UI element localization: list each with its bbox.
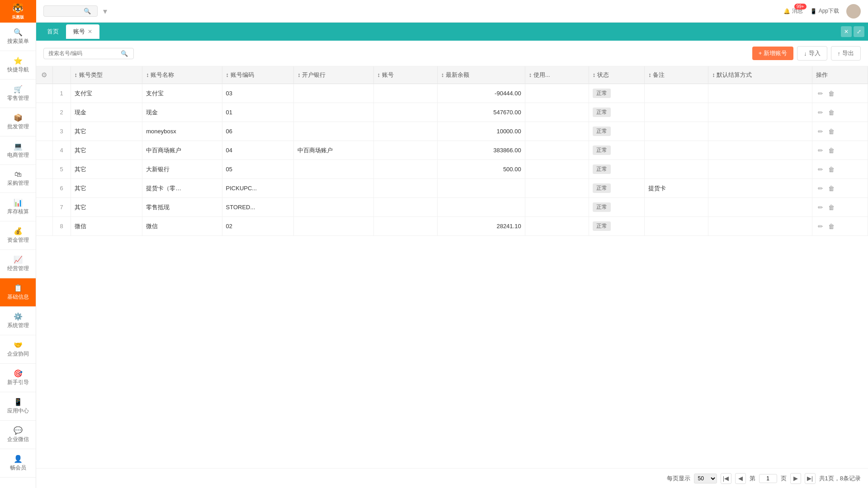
next-page-button[interactable]: ▶ — [790, 473, 801, 484]
sidebar-item-ecommerce[interactable]: 💻 电商管理 — [0, 136, 36, 165]
mobile-icon: 📱 — [810, 8, 817, 14]
row-settings-cell — [36, 141, 52, 160]
add-account-button[interactable]: + 新增账号 — [752, 47, 793, 60]
th-name[interactable]: ↕ 账号名称 — [142, 66, 222, 84]
row-num: 2 — [52, 103, 71, 122]
row-default — [708, 217, 812, 236]
row-default — [708, 179, 812, 198]
app-download-button[interactable]: 📱 App下载 — [810, 7, 839, 15]
sidebar-item-retail[interactable]: 🛒 零售管理 — [0, 80, 36, 108]
th-remark[interactable]: ↕ 备注 — [645, 66, 708, 84]
operation-menu-icon: 📈 — [2, 255, 34, 264]
sidebar-item-enterprise[interactable]: 🤝 企业协同 — [0, 335, 36, 364]
row-remark: 提货卡 — [645, 179, 708, 198]
edit-button[interactable]: ✏ — [816, 89, 825, 98]
row-remark — [645, 217, 708, 236]
tab-account-close-icon[interactable]: ✕ — [88, 28, 92, 35]
status-badge: 正常 — [593, 183, 611, 193]
sidebar-item-purchase[interactable]: 🛍 采购管理 — [0, 165, 36, 193]
prev-page-button[interactable]: ◀ — [735, 473, 746, 484]
sidebar-item-operation[interactable]: 📈 经营管理 — [0, 250, 36, 278]
th-status[interactable]: ↕ 状态 — [589, 66, 644, 84]
notification-button[interactable]: 🔔 消息 99+ — [783, 7, 803, 15]
table-row: 1 支付宝 支付宝 03 -90444.00 正常 ✏ 🗑 — [36, 84, 868, 103]
content-area: 🔍 + 新增账号 ↓ 导入 ↑ 导出 ⚙ — [36, 41, 868, 488]
search-icon[interactable]: 🔍 — [121, 50, 128, 57]
table-row: 8 微信 微信 02 28241.10 正常 ✏ 🗑 — [36, 217, 868, 236]
logo-icon: 🐯 — [12, 3, 24, 14]
row-remark — [645, 198, 708, 217]
import-button[interactable]: ↓ 导入 — [797, 46, 827, 61]
tab-account[interactable]: 账号 ✕ — [66, 24, 99, 39]
row-name: 微信 — [142, 217, 222, 236]
th-use[interactable]: ↕ 使用... — [525, 66, 589, 84]
sidebar-item-appcenter[interactable]: 📱 应用中心 — [0, 392, 36, 421]
edit-button[interactable]: ✏ — [816, 127, 825, 136]
delete-button[interactable]: 🗑 — [826, 184, 836, 193]
row-status: 正常 — [589, 179, 644, 198]
first-page-button[interactable]: |◀ — [721, 473, 731, 484]
per-page-label: 每页显示 — [667, 474, 690, 483]
delete-button[interactable]: 🗑 — [826, 165, 836, 174]
tab-close-button[interactable]: ✕ — [841, 26, 852, 37]
export-icon: ↑ — [838, 50, 841, 57]
logo-subtext: 乐惠版 — [12, 14, 24, 20]
last-page-button[interactable]: ▶| — [805, 473, 816, 484]
search-menu-icon: 🔍 — [2, 28, 34, 37]
row-type: 其它 — [71, 122, 142, 141]
member-menu-icon: 👤 — [2, 455, 34, 463]
export-button[interactable]: ↑ 导出 — [831, 46, 861, 61]
edit-button[interactable]: ✏ — [816, 184, 825, 193]
sidebar-item-quick[interactable]: ⭐ 快捷导航 — [0, 51, 36, 80]
th-bank[interactable]: ↕ 开户银行 — [294, 66, 373, 84]
top-search-box[interactable]: 🔍 — [43, 5, 98, 17]
sidebar-item-system[interactable]: ⚙️ 系统管理 — [0, 307, 36, 335]
delete-button[interactable]: 🗑 — [826, 108, 836, 117]
delete-button[interactable]: 🗑 — [826, 203, 836, 212]
th-code[interactable]: ↕ 账号编码 — [222, 66, 294, 84]
page-input[interactable] — [759, 474, 777, 483]
sidebar-item-newguide[interactable]: 🎯 新手引导 — [0, 364, 36, 392]
row-bank — [294, 122, 373, 141]
th-type[interactable]: ↕ 账号类型 — [71, 66, 142, 84]
edit-button[interactable]: ✏ — [816, 146, 825, 155]
edit-button[interactable]: ✏ — [816, 165, 825, 174]
delete-button[interactable]: 🗑 — [826, 146, 836, 155]
sidebar-item-inventory[interactable]: 📊 库存核算 — [0, 193, 36, 221]
row-bank: 中百商场账户 — [294, 141, 373, 160]
sidebar-item-wholesale[interactable]: 📦 批发管理 — [0, 108, 36, 136]
th-balance[interactable]: ↕ 最新余额 — [437, 66, 525, 84]
user-avatar[interactable] — [846, 4, 861, 19]
row-code: 06 — [222, 122, 294, 141]
search-box[interactable]: 🔍 — [43, 48, 134, 59]
edit-button[interactable]: ✏ — [816, 203, 825, 212]
th-default[interactable]: ↕ 默认结算方式 — [708, 66, 812, 84]
th-use-label: ↕ 使用... — [529, 71, 550, 78]
per-page-select[interactable]: 50 100 200 — [694, 474, 717, 483]
column-settings-icon[interactable]: ⚙ — [41, 71, 47, 79]
row-balance: 383866.00 — [437, 141, 525, 160]
row-settings-cell — [36, 103, 52, 122]
sidebar-item-finance[interactable]: 💰 资金管理 — [0, 221, 36, 250]
sidebar-item-search[interactable]: 🔍 搜索菜单 — [0, 23, 36, 51]
sidebar-item-member[interactable]: 👤 畅会员 — [0, 449, 36, 478]
top-search-input[interactable] — [47, 8, 84, 14]
table-row: 7 其它 零售抵现 STORED... 正常 ✏ 🗑 — [36, 198, 868, 217]
sidebar-item-basic[interactable]: 📋 基础信息 — [0, 278, 36, 307]
search-input[interactable] — [48, 50, 121, 56]
row-use — [525, 84, 589, 103]
sidebar-item-wechat[interactable]: 💬 企业微信 — [0, 421, 36, 449]
row-remark — [645, 160, 708, 179]
th-account[interactable]: ↕ 账号 — [373, 66, 437, 84]
export-label: 导出 — [842, 49, 854, 57]
edit-button[interactable]: ✏ — [816, 108, 825, 117]
tab-expand-button[interactable]: ⤢ — [854, 26, 864, 37]
delete-button[interactable]: 🗑 — [826, 89, 836, 98]
tab-home[interactable]: 首页 — [40, 24, 66, 39]
dropdown-icon[interactable]: ▾ — [103, 6, 107, 16]
edit-button[interactable]: ✏ — [816, 222, 825, 231]
delete-button[interactable]: 🗑 — [826, 222, 836, 231]
delete-button[interactable]: 🗑 — [826, 127, 836, 136]
th-code-label: ↕ 账号编码 — [226, 71, 254, 78]
row-settings-cell — [36, 179, 52, 198]
